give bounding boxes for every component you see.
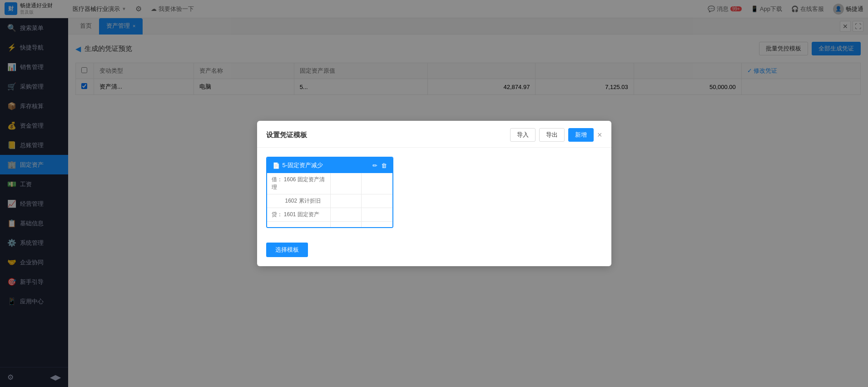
new-btn[interactable]: 新增 bbox=[568, 128, 594, 142]
template-name: 5-固定资产减少 bbox=[283, 161, 323, 169]
template-card-body: 借： 1606 固定资产清理 1602 累计折旧 bbox=[267, 173, 392, 227]
template-row4-label bbox=[267, 222, 331, 227]
template-row3-debit bbox=[331, 208, 362, 221]
template-row-1: 借： 1606 固定资产清理 bbox=[267, 173, 392, 194]
modal-header: 设置凭证模板 导入 导出 新增 × bbox=[257, 121, 611, 148]
template-card-header-left: 📄 5-固定资产减少 bbox=[273, 161, 323, 169]
template-edit-icon[interactable]: ✏ bbox=[372, 162, 377, 169]
template-delete-icon[interactable]: 🗑 bbox=[381, 162, 387, 169]
template-row-2: 1602 累计折旧 bbox=[267, 194, 392, 208]
export-btn[interactable]: 导出 bbox=[539, 128, 565, 142]
template-row4-debit bbox=[331, 222, 362, 227]
modal-overlay[interactable]: 设置凭证模板 导入 导出 新增 × 📄 5-固定资产减少 bbox=[0, 0, 868, 387]
template-card-header: 📄 5-固定资产减少 ✏ 🗑 bbox=[267, 158, 392, 173]
template-card: 📄 5-固定资产减少 ✏ 🗑 借： 1606 固定资产清理 bbox=[266, 157, 393, 228]
template-row2-credit bbox=[362, 194, 392, 208]
template-row-4 bbox=[267, 222, 392, 227]
debit-label-1: 借： bbox=[272, 176, 283, 183]
template-row3-credit bbox=[362, 208, 392, 221]
template-row2-debit bbox=[331, 194, 362, 208]
modal-close-btn[interactable]: × bbox=[597, 130, 602, 140]
template-row-3: 贷： 1601 固定资产 bbox=[267, 208, 392, 222]
template-row2-label: 1602 累计折旧 bbox=[267, 194, 331, 208]
template-row3-label: 贷： 1601 固定资产 bbox=[267, 208, 331, 221]
account-code-2: 1602 累计折旧 bbox=[272, 198, 321, 204]
modal-body: 📄 5-固定资产减少 ✏ 🗑 借： 1606 固定资产清理 bbox=[257, 148, 611, 266]
template-header-icon: 📄 bbox=[273, 162, 280, 169]
modal-title: 设置凭证模板 bbox=[266, 131, 307, 139]
template-row1-label: 借： 1606 固定资产清理 bbox=[267, 173, 331, 194]
template-row1-credit bbox=[362, 173, 392, 194]
select-template-btn[interactable]: 选择模板 bbox=[266, 243, 308, 257]
template-row4-credit bbox=[362, 222, 392, 227]
credit-label: 贷： bbox=[272, 211, 283, 218]
template-card-actions: ✏ 🗑 bbox=[372, 162, 387, 169]
modal-toolbar: 导入 导出 新增 bbox=[510, 128, 594, 142]
template-row1-debit bbox=[331, 173, 362, 194]
select-template-container: 选择模板 bbox=[266, 235, 602, 257]
modal-set-template: 设置凭证模板 导入 导出 新增 × 📄 5-固定资产减少 bbox=[257, 121, 611, 266]
import-btn[interactable]: 导入 bbox=[510, 128, 536, 142]
